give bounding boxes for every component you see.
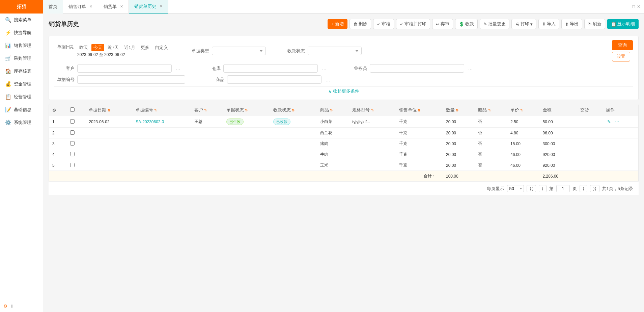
warehouse-ellipsis[interactable]: ... — [320, 66, 328, 71]
col-doc-status[interactable]: 单据状态 ⇅ — [223, 104, 270, 116]
col-goods[interactable]: 商品 ⇅ — [317, 104, 349, 116]
tab-sales-history[interactable]: 销货单历史 ✕ — [129, 0, 168, 14]
row-doc-number-5 — [132, 160, 191, 171]
date-opt-1month[interactable]: 近1月 — [122, 44, 137, 51]
row-4-checkbox[interactable] — [70, 152, 75, 156]
refresh-button[interactable]: ↻ 刷新 — [584, 19, 605, 29]
doc-type-select[interactable] — [212, 47, 266, 55]
row-5-checkbox[interactable] — [70, 163, 75, 167]
sidebar-item-inventory-calc[interactable]: 🏠 库存核算 — [0, 65, 43, 78]
next-page-button[interactable]: ⟩ — [580, 185, 587, 192]
customer-input[interactable] — [77, 64, 172, 73]
sidebar-item-purchase-mgmt[interactable]: 🛒 采购管理 — [0, 52, 43, 65]
col-doc-date[interactable]: 单据日期 ⇅ — [85, 104, 132, 116]
edit-btn-1[interactable]: ✎ — [606, 119, 612, 124]
row-checkbox-1[interactable] — [67, 116, 85, 128]
sidebar-item-search-menu[interactable]: 🔍 搜索菜单 — [0, 14, 43, 26]
batch-change-button[interactable]: ✎ 批量变更 — [480, 19, 509, 29]
row-checkbox-3[interactable] — [67, 138, 85, 149]
per-page-select[interactable]: 50 10 20 100 — [507, 185, 524, 192]
page-number-input[interactable] — [556, 185, 570, 192]
sidebar-item-basic-info[interactable]: 📝 基础信息 — [0, 103, 43, 116]
row-2-checkbox[interactable] — [70, 130, 75, 135]
row-3-checkbox[interactable] — [70, 141, 75, 146]
row-num-2: 2 — [49, 128, 67, 138]
sidebar-item-sales-mgmt[interactable]: 📊 销售管理 — [0, 39, 43, 52]
date-opt-today[interactable]: 今天 — [91, 44, 104, 51]
col-checkbox[interactable] — [67, 104, 85, 116]
row-doc-status-4 — [223, 149, 270, 160]
row-checkbox-2[interactable] — [67, 128, 85, 138]
audit-button[interactable]: ✓ 审核 — [373, 19, 394, 29]
sidebar-bottom-icon2[interactable]: ⏸ — [10, 304, 15, 309]
row-payment-status-4 — [270, 149, 317, 160]
goods-input[interactable] — [227, 75, 321, 84]
discard-button[interactable]: ↩ 弃审 — [432, 19, 453, 29]
select-all-checkbox[interactable] — [70, 107, 75, 112]
tab-sales-order[interactable]: 销售订单 ✕ — [63, 0, 98, 14]
row-checkbox-5[interactable] — [67, 160, 85, 171]
sidebar-item-label: 资金管理 — [14, 81, 31, 87]
set-button[interactable]: 设置 — [612, 52, 630, 61]
sidebar-item-sys-mgmt[interactable]: ⚙️ 系统管理 — [0, 116, 43, 129]
row-checkbox-4[interactable] — [67, 149, 85, 160]
col-unit-price[interactable]: 单价 ⇅ — [507, 104, 539, 116]
tab-sales-goods-close[interactable]: ✕ — [120, 4, 123, 9]
audit-print-button[interactable]: ✓ 审核并打印 — [396, 19, 430, 29]
row-sales-unit-5: 千克 — [396, 160, 443, 171]
search-menu-icon: 🔍 — [5, 17, 11, 23]
prev-page-button[interactable]: ⟨ — [539, 185, 547, 192]
add-button[interactable]: + 新增 — [328, 19, 347, 29]
more-conditions-toggle[interactable]: ∧ 收起更多条件 — [54, 86, 633, 96]
doc-number-input[interactable] — [77, 75, 185, 84]
row-doc-number-1[interactable]: SA-20230602-0 — [132, 116, 191, 128]
payment-status-label: 收款状态 — [285, 48, 305, 54]
tab-sales-history-close[interactable]: ✕ — [160, 4, 163, 8]
col-payment-status[interactable]: 收款状态 ⇅ — [270, 104, 317, 116]
sidebar-bottom-icon1[interactable]: ⚙ — [3, 304, 7, 309]
row-sales-unit-2: 千克 — [396, 128, 443, 138]
window-close-icon[interactable]: ✕ — [637, 4, 641, 9]
tab-sales-goods[interactable]: 销货单 ✕ — [98, 0, 129, 14]
payment-status-select[interactable] — [308, 47, 362, 55]
row-payment-status-1: 已收款 — [270, 116, 317, 128]
first-page-button[interactable]: ⟨⟨ — [527, 185, 536, 192]
row-quantity-1: 20.00 — [443, 116, 475, 128]
query-set-wrap: 查询 设置 — [612, 40, 633, 61]
warehouse-input[interactable] — [223, 64, 318, 73]
date-opt-yesterday[interactable]: 昨天 — [77, 44, 90, 51]
sidebar-item-finance-mgmt[interactable]: 💰 资金管理 — [0, 78, 43, 90]
sidebar-item-quick-nav[interactable]: ⚡ 快捷导航 — [0, 26, 43, 39]
goods-ellipsis[interactable]: ... — [324, 77, 331, 82]
col-sales-unit[interactable]: 销售单位 ⇅ — [396, 104, 443, 116]
tab-sales-order-close[interactable]: ✕ — [89, 4, 92, 9]
col-gift[interactable]: 赠品 ⇅ — [475, 104, 507, 116]
col-customer[interactable]: 客户 ⇅ — [191, 104, 223, 116]
sys-mgmt-icon: ⚙️ — [5, 120, 11, 126]
tab-home[interactable]: 首页 — [43, 0, 63, 14]
row-1-checkbox[interactable] — [70, 119, 75, 124]
collect-button[interactable]: 💲 收款 — [455, 19, 478, 29]
date-opt-7days[interactable]: 近7天 — [106, 44, 121, 51]
show-detail-button[interactable]: 📋 显示明细 — [607, 19, 639, 29]
import-button[interactable]: ⬇ 导入 — [538, 19, 559, 29]
salesperson-ellipsis[interactable]: ... — [467, 66, 474, 71]
delete-button[interactable]: 🗑 删除 — [349, 19, 371, 29]
date-opt-custom[interactable]: 自定义 — [153, 44, 170, 51]
export-button[interactable]: ⬆ 导出 — [561, 19, 582, 29]
more-btn-1[interactable]: ⋯ — [614, 119, 621, 124]
query-button[interactable]: 查询 — [612, 40, 633, 50]
col-spec-type[interactable]: 规格型号 ⇅ — [349, 104, 396, 116]
col-quantity[interactable]: 数量 ⇅ — [443, 104, 475, 116]
date-opt-more[interactable]: 更多 — [139, 44, 151, 51]
last-page-button[interactable]: ⟩⟩ — [590, 185, 599, 192]
customer-ellipsis[interactable]: ... — [174, 66, 181, 71]
window-maximize-icon[interactable]: □ — [632, 4, 635, 9]
col-settings[interactable]: ⚙ — [49, 104, 67, 116]
window-minimize-icon[interactable]: — — [626, 4, 630, 9]
col-doc-number[interactable]: 单据编号 ⇅ — [132, 104, 191, 116]
print-button[interactable]: 🖨 打印 ▾ — [511, 19, 536, 29]
salesperson-input[interactable] — [370, 64, 464, 73]
row-unit-price-5: 46.00 — [507, 160, 539, 171]
sidebar-item-ops-mgmt[interactable]: 📋 经营管理 — [0, 90, 43, 103]
